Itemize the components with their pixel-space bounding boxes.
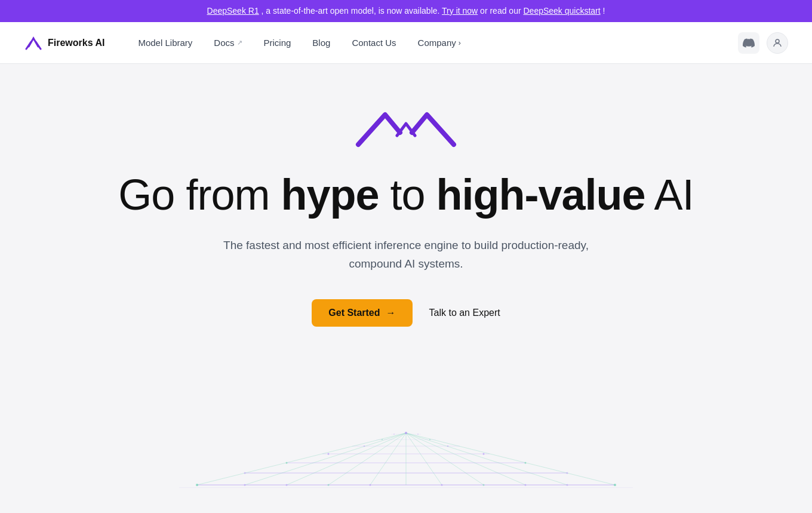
svg-point-32 (441, 484, 443, 486)
talk-to-expert-button[interactable]: Talk to an Expert (429, 308, 500, 318)
svg-point-37 (447, 446, 448, 447)
nav-blog[interactable]: Blog (303, 33, 340, 53)
svg-point-27 (614, 484, 616, 486)
svg-point-36 (364, 446, 365, 447)
discord-button[interactable] (738, 32, 759, 54)
announcement-banner: DeepSeek R1 , a state-of-the-art open mo… (0, 0, 812, 22)
svg-point-40 (393, 434, 395, 435)
svg-point-20 (328, 453, 330, 454)
get-started-label: Get Started (328, 308, 380, 318)
svg-point-33 (483, 484, 485, 486)
svg-point-31 (370, 484, 371, 486)
banner-text: DeepSeek R1 , a state-of-the-art open mo… (207, 6, 605, 16)
arrow-right-icon: → (386, 308, 396, 318)
hero-title-high-value: high-value (436, 171, 645, 219)
fireworks-logo-icon (24, 33, 43, 53)
svg-point-24 (244, 472, 246, 474)
hero-title-part2: to (379, 171, 436, 219)
svg-point-38 (382, 439, 383, 440)
hero-title: Go from hype to high-value AI (118, 171, 693, 219)
svg-point-25 (567, 472, 568, 474)
svg-point-41 (417, 434, 419, 435)
user-account-button[interactable] (767, 32, 788, 54)
nav-pricing[interactable]: Pricing (254, 33, 301, 53)
nav-right (738, 32, 788, 54)
nav-docs-label: Docs (214, 38, 234, 48)
nav-model-library[interactable]: Model Library (128, 33, 202, 53)
nav-contact-us-label: Contact Us (352, 38, 396, 48)
hero-title-part1: Go from (118, 171, 281, 219)
svg-point-0 (776, 39, 779, 43)
grid-visualization (167, 368, 645, 488)
svg-line-8 (197, 433, 406, 485)
nav-company-label: Company (418, 38, 456, 48)
svg-line-17 (406, 433, 567, 485)
logo-text: Fireworks AI (48, 38, 104, 48)
nav-docs[interactable]: Docs ↗ (204, 33, 251, 53)
svg-point-29 (286, 484, 288, 486)
banner-text-middle: , a state-of-the-art open model, is now … (262, 6, 440, 16)
svg-line-18 (406, 433, 615, 485)
navbar: Fireworks AI Model Library Docs ↗ Pricin… (0, 22, 812, 64)
hero-title-hype: hype (281, 171, 379, 219)
logo[interactable]: Fireworks AI (24, 33, 104, 53)
svg-line-11 (328, 433, 406, 485)
svg-point-30 (328, 484, 330, 486)
svg-point-26 (196, 484, 198, 486)
nav-contact-us[interactable]: Contact Us (342, 33, 405, 53)
hero-buttons: Get Started → Talk to an Expert (312, 299, 500, 327)
svg-line-15 (406, 433, 484, 485)
try-it-now-link[interactable]: Try it now (442, 6, 478, 16)
svg-point-28 (244, 484, 246, 486)
nav-links: Model Library Docs ↗ Pricing Blog Contac… (128, 33, 738, 53)
user-icon (772, 38, 783, 48)
nav-model-library-label: Model Library (138, 38, 192, 48)
svg-point-23 (525, 462, 527, 463)
svg-line-9 (245, 433, 406, 485)
hero-section: Go from hype to high-value AI The fastes… (0, 64, 812, 512)
svg-point-39 (429, 439, 430, 440)
perspective-grid-svg (167, 368, 645, 488)
svg-point-19 (405, 432, 407, 434)
deepseek-quickstart-link[interactable]: DeepSeek quickstart (523, 6, 600, 16)
nav-pricing-label: Pricing (264, 38, 291, 48)
svg-point-35 (567, 484, 568, 486)
chevron-down-icon: › (459, 39, 461, 47)
hero-logo-icon (352, 100, 460, 153)
external-link-icon: ↗ (237, 39, 242, 47)
nav-blog-label: Blog (312, 38, 330, 48)
deepseek-r1-link[interactable]: DeepSeek R1 (207, 6, 259, 16)
nav-company[interactable]: Company › (408, 33, 470, 53)
talk-to-expert-label: Talk to an Expert (429, 308, 500, 318)
svg-point-34 (525, 484, 527, 486)
svg-point-22 (286, 462, 288, 463)
hero-title-part3: AI (645, 171, 694, 219)
hero-subtitle: The fastest and most efficient inference… (197, 236, 615, 273)
banner-text-end: ! (603, 6, 605, 16)
svg-point-21 (483, 453, 485, 454)
get-started-button[interactable]: Get Started → (312, 299, 412, 327)
discord-icon (743, 37, 755, 49)
banner-text-after: or read our (480, 6, 523, 16)
